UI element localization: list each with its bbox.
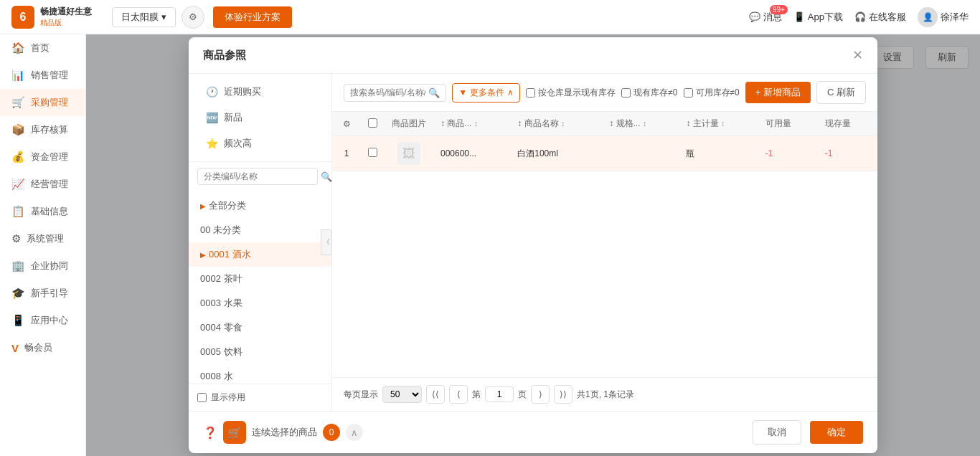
row-checkbox[interactable] [368,148,377,157]
stock-checkbox[interactable] [621,88,631,98]
arrow-icon: ▶ [200,251,206,259]
store-name: 日太阳膜 [121,11,159,24]
enterprise-icon: 🏢 [11,260,25,272]
app-download-button[interactable]: 📱 App下载 [793,11,843,24]
th-code[interactable]: ↕ 商品... ↕ [433,112,510,136]
sidebar-label-sales: 销售管理 [31,69,68,82]
sidebar-item-finance[interactable]: 💰 资金管理 [0,143,85,171]
cart-button[interactable]: 🛒 [223,421,246,444]
sidebar-item-basic-info[interactable]: 📋 基础信息 [0,198,85,225]
sidebar-item-member[interactable]: V 畅会员 [0,334,85,361]
message-button[interactable]: 💬 消息 99+ [749,11,782,24]
last-page-button[interactable]: ⟩⟩ [554,385,573,404]
cat-0002[interactable]: 0002 茶叶 [189,267,331,291]
sidebar-item-system[interactable]: ⚙ 系统管理 [0,225,85,252]
sidebar-item-purchase[interactable]: 🛒 采购管理 [0,89,85,116]
tab-frequent[interactable]: ⭐ 频次高 [197,131,323,156]
tab-recent[interactable]: 🕐 近期购买 [197,80,323,104]
filter-icon: ▼ [458,87,467,98]
help-icon[interactable]: ❓ [203,426,217,440]
sidebar-label-guide: 新手引导 [31,287,68,300]
row-unit: 瓶 [679,136,758,171]
refresh-button[interactable]: C 刷新 [816,81,866,104]
select-all-checkbox[interactable] [368,118,377,128]
search-input[interactable] [350,87,425,98]
basic-info-icon: 📋 [11,205,25,218]
collapse-footer-button[interactable]: ∧ [346,424,363,441]
cat-0001[interactable]: ▶ 0001 酒水 [189,242,331,267]
th-unit[interactable]: ↕ 主计量 ↕ [679,112,758,136]
product-table: ⚙ 商品图片 ↕ 商品... ↕ ↕ 商品名称 ↕ ↕ 规格... ↕ ↕ 主计… [332,112,877,171]
th-name[interactable]: ↕ 商品名称 ↕ [510,112,602,136]
collapse-panel-button[interactable]: 《 [321,229,332,255]
sidebar-item-apps[interactable]: 📱 应用中心 [0,307,85,334]
first-page-button[interactable]: ⟨⟨ [426,385,445,404]
sidebar-label-inventory: 库存核算 [31,123,68,136]
per-page-select[interactable]: 50 10 20 100 [382,386,422,403]
system-icon: ⚙ [11,232,21,245]
cancel-button[interactable]: 取消 [753,420,801,445]
cat-0008[interactable]: 0008 水 [189,364,331,384]
logo-icon: 6 [11,6,34,29]
cat-all[interactable]: ▶ 全部分类 [189,194,331,218]
finance-icon: 💰 [11,151,25,163]
category-search-input[interactable] [197,168,318,185]
page-label: 第 [472,389,481,401]
row-available: -1 [758,136,818,171]
star-icon: ⭐ [206,138,218,149]
search-icon[interactable]: 🔍 [321,171,332,182]
sidebar-label-basic-info: 基础信息 [31,205,68,218]
prev-page-button[interactable]: ⟨ [449,385,468,404]
next-page-button[interactable]: ⟩ [531,385,550,404]
trial-button[interactable]: 体验行业方案 [213,6,292,28]
pagination: 每页显示 50 10 20 100 ⟨⟨ ⟨ 第 页 [332,377,877,411]
cat-00[interactable]: 00 未分类 [189,218,331,242]
filter-arrow-icon: ∧ [507,87,514,98]
sidebar-item-home[interactable]: 🏠 首页 [0,34,85,62]
filter-button[interactable]: ▼ 更多条件 ∧ [452,83,520,103]
close-button[interactable]: ✕ [852,47,863,63]
tab-new[interactable]: 🆕 新品 [197,105,323,130]
chevron-down-icon: ▾ [161,11,166,22]
th-check [361,112,385,136]
available-label: 可用库存≠0 [696,87,740,99]
cat-0005[interactable]: 0005 饮料 [189,340,331,364]
product-image: 🖼 [397,142,420,165]
sidebar-item-enterprise[interactable]: 🏢 企业协同 [0,252,85,280]
cat-label: 0005 饮料 [200,346,242,358]
th-settings[interactable]: ⚙ [332,112,361,136]
add-product-button[interactable]: + 新增商品 [745,82,811,103]
stock-label: 现有库存≠0 [633,87,677,99]
cat-0003[interactable]: 0003 水果 [189,291,331,315]
th-spec[interactable]: ↕ 规格... ↕ [602,112,679,136]
sidebar-item-guide[interactable]: 🎓 新手引导 [0,280,85,307]
table-row[interactable]: 1 🖼 000600... 白酒100ml 瓶 [332,136,877,171]
user-profile[interactable]: 👤 徐泽华 [918,7,969,27]
sidebar-item-sales[interactable]: 📊 销售管理 [0,62,85,89]
purchase-icon: 🛒 [11,96,25,109]
show-disabled-checkbox[interactable] [197,393,207,402]
sidebar-item-operations[interactable]: 📈 经营管理 [0,171,85,198]
th-image: 商品图片 [385,112,433,136]
filter-label: 更多条件 [470,87,504,99]
page-input[interactable] [485,386,514,402]
dialog-header: 商品参照 ✕ [189,37,877,74]
cat-label: 全部分类 [209,199,246,212]
row-no: 1 [332,136,361,171]
sidebar-item-inventory[interactable]: 📦 库存核算 [0,116,85,143]
toolbar: 🔍 ▼ 更多条件 ∧ 按仓库显示现有库存 [332,74,877,112]
available-checkbox[interactable] [684,88,693,98]
online-service-button[interactable]: 🎧 在线客服 [854,11,906,24]
notification-badge: 99+ [770,5,788,14]
store-selector[interactable]: 日太阳膜 ▾ [112,7,176,27]
dialog-body: 🕐 近期购买 🆕 新品 ⭐ 频次高 [189,74,877,411]
message-icon: 💬 [749,11,760,22]
confirm-button[interactable]: 确定 [810,421,863,444]
warehouse-checkbox[interactable] [526,88,535,98]
sidebar-label-home: 首页 [31,42,50,54]
cat-0004[interactable]: 0004 零食 [189,315,331,340]
search-icon[interactable]: 🔍 [428,87,440,98]
gear-button[interactable]: ⚙ [182,6,204,29]
operations-icon: 📈 [11,178,25,191]
warehouse-label: 按仓库显示现有库存 [538,87,616,99]
